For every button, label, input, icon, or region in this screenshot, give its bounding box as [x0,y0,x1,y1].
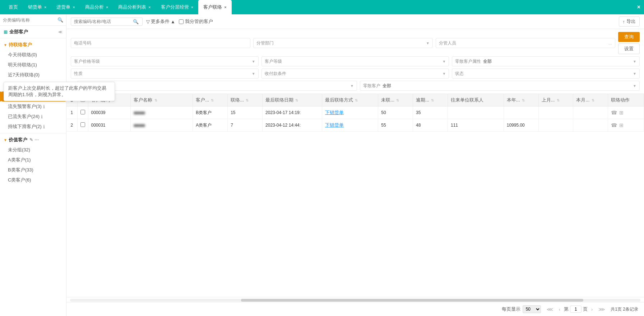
filter-search-icon[interactable]: 🔍 [133,19,139,24]
sidebar-item-today[interactable]: 今天待联络(0) [0,50,66,60]
close-purchase-tab[interactable]: × [73,5,75,9]
row1-more-icon[interactable]: ⊞ [619,110,624,115]
customer-type-field[interactable]: 客户类型 ▼ [77,81,357,91]
retail-attr-field[interactable]: 零散客户属性 全部 ▼ [452,56,640,66]
setting-button[interactable]: 设置 [618,43,640,54]
value-customers-section[interactable]: ▼ 价值客户 ✎ ⋯ [0,135,66,145]
th-last-date: 最后联络日期 ⇅ [263,94,322,107]
tab-product-analysis[interactable]: 商品分析 × [80,0,113,14]
export-icon: ↑ [623,19,625,24]
edit-icon[interactable]: ✎ [29,137,33,142]
row1-phone-icon[interactable]: ☎ [611,110,617,115]
row2-unpaid: 55 [378,119,413,132]
sort-name-icon[interactable]: ⇅ [154,98,157,102]
sidebar: 🔍 ⊞ 全部客户 ≪ ▼ 待联络客户 今天待联络(0) 明天待联络(1) [0,14,66,316]
row2-category: A类客户 [193,119,228,132]
tab-sales[interactable]: 销货单 × [23,0,51,14]
tab-home[interactable]: 首页 [4,0,23,14]
phone-field[interactable]: 电话号码 [71,38,250,48]
sidebar-search-icon[interactable]: 🔍 [57,17,63,23]
sidebar-search-input[interactable] [3,18,57,23]
filter-search-input[interactable] [74,19,131,24]
row1-overdue: 35 [413,107,448,119]
more-conditions-btn[interactable]: ▽ 更多条件 ▲ [146,18,175,25]
close-all-tabs[interactable]: × [637,4,640,10]
sidebar-item-tomorrow[interactable]: 明天待联络(1) [0,60,66,70]
row2-checkbox[interactable] [77,119,88,132]
scroll-thumb[interactable] [241,299,583,302]
close-contact-tab[interactable]: × [224,5,226,9]
sidebar-item-a-class[interactable]: A类客户(1) [0,155,66,165]
sort-category-icon[interactable]: ⇅ [211,98,214,102]
first-page-btn[interactable]: ⋘ [545,306,555,313]
retail-field[interactable]: 零散客户 全部 ▼ [360,81,640,91]
sort-unpaid-icon[interactable]: ⇅ [396,98,399,102]
sort-contact-icon[interactable]: ⇅ [246,98,249,102]
close-product-analysis-tab[interactable]: × [106,5,108,9]
gender-field[interactable]: 性质 ▼ [71,69,259,79]
customer-level-arrow: ▼ [442,60,446,63]
sort-date-icon[interactable]: ⇅ [295,98,298,102]
status-field[interactable]: 状态 ▼ [452,69,640,79]
retail-arrow: ▼ [633,84,636,88]
row1-this-month [573,107,608,119]
price-level-field[interactable]: 客户价格等级 ▼ [71,56,259,66]
pending-contact-group-title[interactable]: ▼ 待联络客户 [0,40,66,50]
sort-this-month-icon[interactable]: ⇅ [592,98,594,102]
row1-contacts-person [448,107,504,119]
sort-overdue-icon[interactable]: ⇅ [431,98,434,102]
status-arrow: ▼ [633,72,636,76]
close-product-list-tab[interactable]: × [148,5,150,9]
row2-phone-icon[interactable]: ☎ [611,122,617,128]
sort-type-icon[interactable]: ⇅ [355,98,358,102]
close-segment-tab[interactable]: × [191,5,193,9]
close-sales-tab[interactable]: × [44,5,46,9]
person-field[interactable]: 分管人员 … [436,38,615,48]
sidebar-item-c-class[interactable]: C类客户(6) [0,175,66,185]
tab-customer-contact[interactable]: 客户联络 × [198,0,231,14]
row1-action-icons: ☎ ⊞ [611,110,641,115]
sidebar-item-b-class[interactable]: B类客户(33) [0,165,66,175]
sidebar-item-7days[interactable]: 近7天待联络(0) [0,70,66,80]
sidebar-item-unclassified[interactable]: 未分组(32) [0,145,66,155]
tab-customer-segment[interactable]: 客户分层经营 × [156,0,198,14]
next-page-btn[interactable]: › [589,306,595,313]
person-more[interactable]: … [608,41,612,45]
sort-last-month-icon[interactable]: ⇅ [557,98,560,102]
tab-product-analysis-list[interactable]: 商品分析列表 × [113,0,156,14]
payment-arrow: ▼ [442,72,446,76]
phone-input[interactable] [93,41,247,46]
sidebar-item-declining[interactable]: 持续下滑客户(2) ℹ [0,122,66,132]
page-input[interactable] [570,306,582,313]
row2-action-icons: ☎ ⊞ [611,122,641,128]
row1-checkbox[interactable] [77,107,88,119]
query-button[interactable]: 查询 [618,32,640,42]
row1-name: ■■■■ [131,107,193,119]
more-icon[interactable]: ⋯ [34,137,39,142]
last-page-btn[interactable]: ⋙ [596,306,607,313]
prev-page-btn[interactable]: ‹ [557,306,562,313]
table-row: 1 000039 ■■■■ B类客户 15 2023-04-17 14:19: … [66,107,644,119]
pagination-bar: 每页显示 50 20 100 ⋘ ‹ 第 页 › ⋙ 共1页 2条记录 [66,302,644,316]
tab-purchase[interactable]: 进货单 × [51,0,80,14]
tooltip-box: 距客户上次交易时长，超过了此客户的平均交易周期的1.5倍，则视为异常。 [4,82,115,101]
collapse-all-customers[interactable]: ≪ [58,30,62,34]
horizontal-scroll[interactable] [66,297,644,302]
row1-last-type[interactable]: 下销货单 [322,107,378,119]
info-icon-lost[interactable]: ℹ [43,104,45,109]
sort-year-icon[interactable]: ⇅ [522,98,525,102]
sidebar-item-lost[interactable]: 已流失客户(24) ℹ [0,112,66,122]
my-customers-checkbox[interactable] [179,19,184,24]
row2-more-icon[interactable]: ⊞ [619,122,624,128]
payment-field[interactable]: 收付款条件 ▼ [261,69,449,79]
sidebar-item-lost-warning[interactable]: 流失预警客户(3) ℹ [0,102,66,112]
customer-level-field[interactable]: 客户等级 ▼ [261,56,449,66]
dept-field[interactable]: 分管部门 ▼ [253,38,433,48]
all-customers-title[interactable]: ⊞ 全部客户 ≪ [0,26,66,38]
export-button[interactable]: ↑ 导出 [619,16,640,27]
info-icon-declining[interactable]: ℹ [43,124,45,129]
row2-last-type[interactable]: 下销货单 [322,119,378,132]
info-icon-already-lost[interactable]: ℹ [41,114,43,119]
filter-row-3: 性质 ▼ 收付款条件 ▼ 状态 ▼ [71,69,640,79]
per-page-select[interactable]: 50 20 100 [523,305,541,313]
